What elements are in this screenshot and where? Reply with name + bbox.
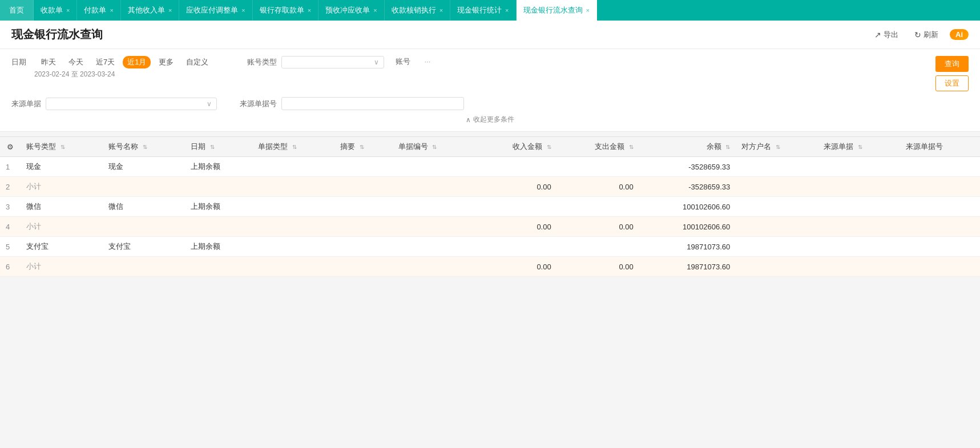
table-header-row: ⚙ 账号类型 ⇅ 账号名称 ⇅ 日期 ⇅ 单据类型 ⇅ [0,137,980,157]
header-actions: ↗ 导出 ↻ 刷新 Ai [870,27,969,42]
ai-button[interactable]: Ai [950,29,969,40]
nav-tab-shoukuan-hexiao[interactable]: 收款核销执行 × [385,0,450,21]
table-cell [736,177,818,197]
date-options: 昨天 今天 近7天 近1月 更多 自定义 [37,56,213,68]
nav-tab-label: 付款单 [84,5,106,15]
table-cell [557,157,639,177]
sort-summary-icon: ⇅ [360,144,364,150]
account-ellipsis[interactable]: ··· [421,56,434,67]
nav-tab-yushou[interactable]: 预收冲应收单 × [318,0,384,21]
nav-home[interactable]: 首页 [0,0,34,21]
date-btn-1month[interactable]: 近1月 [123,56,151,68]
sort-expense-icon: ⇅ [629,144,634,150]
table-cell: 6 [0,257,21,277]
col-income[interactable]: 收入金额 ⇅ [475,137,557,157]
table-row: 5支付宝支付宝上期余额19871073.60 [0,237,980,257]
date-btn-7days[interactable]: 近7天 [91,56,119,68]
nav-tab-shokuan[interactable]: 收款单 × [34,0,77,21]
table-cell: 上期余额 [185,197,252,217]
table-cell [393,217,475,237]
col-summary[interactable]: 摘要 ⇅ [334,137,392,157]
export-icon: ↗ [874,30,881,39]
table-cell [900,217,980,237]
table-cell: 微信 [103,197,185,217]
table-cell [393,177,475,197]
table-row: 4小计0.000.00100102606.60 [0,217,980,237]
table-cell [818,217,900,237]
source-doc-select[interactable]: ∨ [46,98,217,110]
table-cell [252,217,334,237]
col-source-doc[interactable]: 来源单据 ⇅ [818,137,900,157]
date-btn-yesterday[interactable]: 昨天 [37,56,61,68]
table-cell: 小计 [21,217,103,237]
source-doc-num-input[interactable] [281,97,464,110]
close-icon[interactable]: × [168,7,172,14]
sort-doc-type-icon: ⇅ [292,144,297,150]
close-icon[interactable]: × [373,7,377,14]
table-area: ⚙ 账号类型 ⇅ 账号名称 ⇅ 日期 ⇅ 单据类型 ⇅ [0,136,980,277]
nav-tab-label: 银行存取款单 [260,5,304,15]
col-balance-label: 余额 [707,142,721,151]
close-icon[interactable]: × [241,7,245,14]
table-cell [252,157,334,177]
table-cell [475,197,557,217]
table-cell [252,257,334,277]
col-account-type[interactable]: 账号类型 ⇅ [21,137,103,157]
sort-account-name-icon: ⇅ [143,144,147,150]
table-cell [736,157,818,177]
table-cell [252,197,334,217]
table-cell [475,157,557,177]
nav-tab-qitashouru[interactable]: 其他收入单 × [121,0,179,21]
nav-tab-liushui[interactable]: 现金银行流水查询 × [517,0,597,21]
close-icon[interactable]: × [308,7,311,14]
table-cell: -3528659.33 [639,157,736,177]
nav-tab-label: 现金银行流水查询 [523,5,583,15]
nav-tab-tiaozheng[interactable]: 应收应付调整单 × [179,0,252,21]
close-icon[interactable]: × [110,7,113,14]
close-icon[interactable]: × [586,7,590,14]
col-doc-type[interactable]: 单据类型 ⇅ [252,137,334,157]
collapse-bar[interactable]: ∧ 收起更多条件 [11,115,969,124]
col-counterparty[interactable]: 对方户名 ⇅ [736,137,818,157]
col-doc-number[interactable]: 单据编号 ⇅ [393,137,475,157]
sort-account-type-icon: ⇅ [61,144,65,150]
export-label: 导出 [884,30,898,40]
date-btn-custom[interactable]: 自定义 [182,56,213,68]
col-source-doc-num[interactable]: 来源单据号 [900,137,980,157]
table-cell [393,237,475,257]
table-cell: 支付宝 [21,237,103,257]
table-cell [736,237,818,257]
table-cell: 2 [0,177,21,197]
table-cell [252,177,334,197]
export-button[interactable]: ↗ 导出 [870,27,903,42]
close-icon[interactable]: × [505,7,509,14]
close-icon[interactable]: × [439,7,443,14]
col-expense[interactable]: 支出金额 ⇅ [557,137,639,157]
nav-tab-fukuan[interactable]: 付款单 × [77,0,120,21]
table-cell: 4 [0,217,21,237]
date-btn-today[interactable]: 今天 [64,56,88,68]
table-settings-col[interactable]: ⚙ [0,137,21,157]
table-cell [818,197,900,217]
table-cell [185,177,252,197]
sort-doc-number-icon: ⇅ [432,144,437,150]
col-date[interactable]: 日期 ⇅ [185,137,252,157]
date-btn-more[interactable]: 更多 [154,56,178,68]
query-button[interactable]: 查询 [935,56,969,72]
table-cell [557,237,639,257]
col-account-name[interactable]: 账号名称 ⇅ [103,137,185,157]
table-cell [252,237,334,257]
close-icon[interactable]: × [66,7,70,14]
account-type-select[interactable]: ∨ [281,56,384,68]
refresh-button[interactable]: ↻ 刷新 [910,27,943,42]
table-cell [736,197,818,217]
nav-tab-tongji[interactable]: 现金银行统计 × [450,0,516,21]
collapse-up-icon: ∧ [466,116,471,124]
table-cell [475,237,557,257]
table-cell: 0.00 [557,257,639,277]
col-balance[interactable]: 余额 ⇅ [639,137,736,157]
table-cell: 微信 [21,197,103,217]
settings-button[interactable]: 设置 [935,75,969,91]
nav-tab-yinhang[interactable]: 银行存取款单 × [253,0,318,21]
nav-tab-label: 应收应付调整单 [186,5,238,15]
